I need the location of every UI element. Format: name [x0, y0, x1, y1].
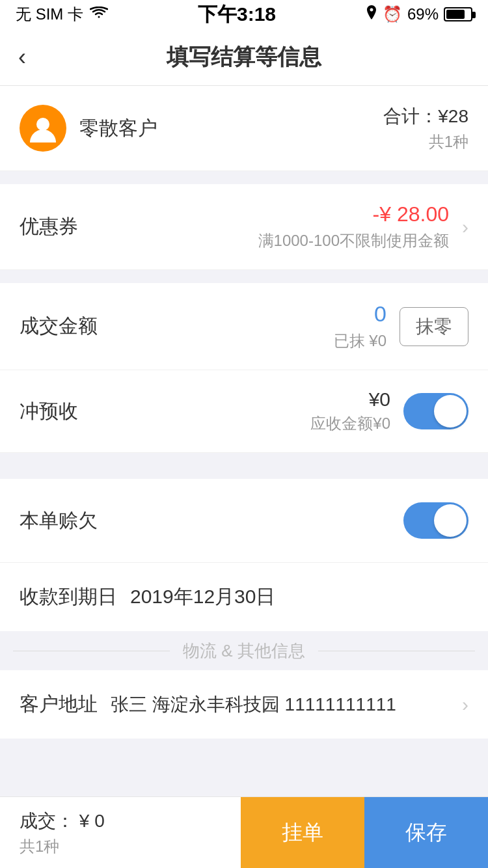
- customer-left: 零散客户: [20, 105, 157, 152]
- alarm-icon: ⏰: [383, 5, 402, 23]
- divider-3: [0, 453, 488, 466]
- deal-amount-right: 0 已抹 ¥0 抹零: [334, 301, 468, 351]
- status-right: ⏰ 69%: [366, 5, 472, 23]
- credit-row: 本单赊欠: [0, 479, 488, 562]
- status-bar: 无 SIM 卡 下午3:18 ⏰ 69%: [0, 0, 488, 29]
- status-left: 无 SIM 卡: [16, 4, 108, 25]
- toggle-knob: [434, 395, 467, 427]
- logistics-line-left: [13, 651, 170, 651]
- deal-section: 成交金额 0 已抹 ¥0 抹零 冲预收 ¥0 应收金额¥0: [0, 283, 488, 453]
- nav-bar: ‹ 填写结算等信息: [0, 29, 488, 86]
- credit-toggle[interactable]: [403, 502, 468, 539]
- page-title: 填写结算等信息: [167, 42, 321, 72]
- logistics-line-right: [318, 651, 475, 651]
- svg-point-0: [36, 118, 49, 131]
- customer-name: 零散客户: [79, 115, 157, 142]
- pre-receive-label: 冲预收: [20, 398, 78, 425]
- deal-amount-group: 0 已抹 ¥0: [334, 301, 386, 351]
- battery-icon: [444, 7, 472, 21]
- pre-receive-right: ¥0 应收金额¥0: [310, 388, 468, 434]
- pre-receive-value-group: ¥0 应收金额¥0: [310, 388, 390, 434]
- back-button[interactable]: ‹: [18, 44, 26, 71]
- location-icon: [366, 5, 377, 23]
- status-time: 下午3:18: [198, 1, 276, 28]
- duedate-label: 收款到期日: [20, 584, 117, 610]
- deal-amount-row: 成交金额 0 已抹 ¥0 抹零: [0, 283, 488, 370]
- content: 零散客户 合计：¥28 共1种 优惠券 -¥ 28.00 满1000-100不限…: [0, 86, 488, 817]
- deal-amount-label: 成交金额: [20, 313, 98, 340]
- total-amount: 合计：¥28: [383, 104, 468, 129]
- divider-1: [0, 171, 488, 184]
- coupon-chevron: ›: [462, 216, 468, 238]
- pre-receive-sub: 应收金额¥0: [310, 413, 390, 434]
- address-row[interactable]: 客户地址 张三 海淀永丰科技园 11111111111 ›: [0, 670, 488, 739]
- credit-section: 本单赊欠 收款到期日 2019年12月30日: [0, 479, 488, 631]
- no-sim-label: 无 SIM 卡: [16, 4, 83, 25]
- pre-receive-toggle[interactable]: [403, 393, 468, 429]
- coupon-section: 优惠券 -¥ 28.00 满1000-100不限制使用金额 ›: [0, 184, 488, 270]
- round-zero-button[interactable]: 抹零: [400, 307, 468, 346]
- bottom-bar: 成交： ¥ 0 共1种 挂单 保存: [0, 796, 488, 868]
- address-label: 客户地址: [20, 691, 98, 718]
- bottom-deal-amount: ¥ 0: [79, 811, 105, 831]
- pre-receive-amount: ¥0: [310, 388, 390, 411]
- address-chevron: ›: [462, 694, 468, 716]
- address-value: 张三 海淀永丰科技园 11111111111: [111, 692, 462, 717]
- pre-receive-row: 冲预收 ¥0 应收金额¥0: [0, 370, 488, 453]
- customer-avatar: [20, 105, 66, 152]
- total-count: 共1种: [383, 131, 468, 152]
- logistics-divider: 物流 & 其他信息: [0, 631, 488, 670]
- customer-section: 零散客户 合计：¥28 共1种: [0, 86, 488, 171]
- divider-2: [0, 270, 488, 283]
- duedate-value: 2019年12月30日: [130, 584, 275, 610]
- customer-row: 零散客户 合计：¥28 共1种: [0, 86, 488, 171]
- coupon-right: -¥ 28.00 满1000-100不限制使用金额 ›: [258, 202, 468, 251]
- customer-right: 合计：¥28 共1种: [383, 104, 468, 152]
- address-section: 客户地址 张三 海淀永丰科技园 11111111111 ›: [0, 670, 488, 739]
- credit-toggle-knob: [434, 504, 467, 537]
- coupon-row[interactable]: 优惠券 -¥ 28.00 满1000-100不限制使用金额 ›: [0, 184, 488, 270]
- wifi-icon: [90, 5, 108, 23]
- coupon-value-group: -¥ 28.00 满1000-100不限制使用金额: [258, 202, 449, 251]
- deal-amount-value: 0: [334, 301, 386, 327]
- bottom-deal-label: 成交：: [20, 811, 74, 831]
- logistics-label: 物流 & 其他信息: [183, 640, 305, 662]
- bottom-summary: 成交： ¥ 0 共1种: [0, 809, 241, 857]
- bottom-count: 共1种: [20, 836, 221, 857]
- bottom-deal-line: 成交： ¥ 0: [20, 809, 221, 834]
- save-button[interactable]: 保存: [364, 797, 488, 869]
- deal-amount-sub: 已抹 ¥0: [334, 331, 386, 351]
- duedate-row: 收款到期日 2019年12月30日: [0, 562, 488, 631]
- credit-label: 本单赊欠: [20, 508, 98, 534]
- coupon-label: 优惠券: [20, 213, 78, 240]
- pending-button[interactable]: 挂单: [241, 797, 364, 869]
- coupon-discount: -¥ 28.00: [258, 202, 449, 226]
- coupon-note: 满1000-100不限制使用金额: [258, 230, 449, 251]
- battery-percent: 69%: [407, 5, 439, 23]
